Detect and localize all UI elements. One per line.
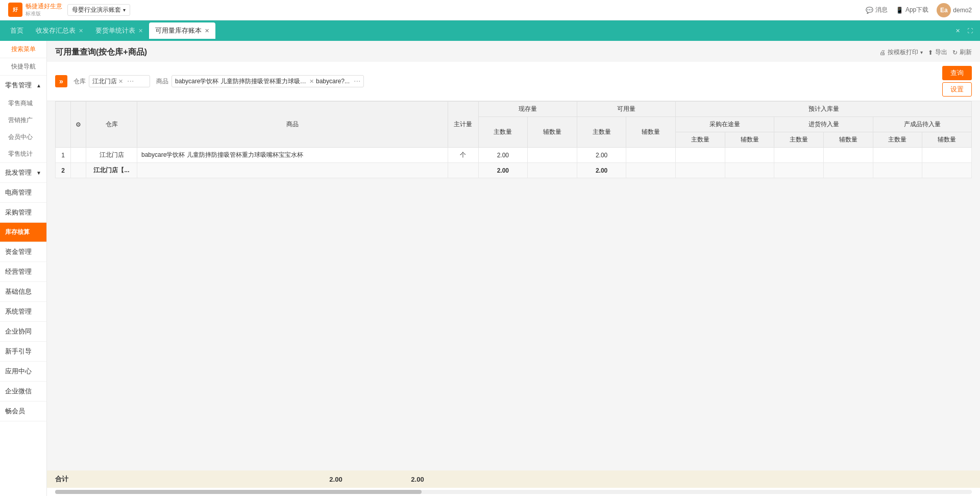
export-icon: ⬆ — [928, 49, 933, 56]
sidebar-group-title-finance[interactable]: 资金管理 — [0, 242, 46, 262]
logo-sub: 标准版 — [26, 10, 62, 17]
sidebar-quick-nav[interactable]: 快捷导航 — [0, 58, 46, 76]
tab-available-inventory[interactable]: 可用量库存账本 ✕ — [149, 22, 215, 39]
sidebar-group-title-base[interactable]: 基础信息 — [0, 282, 46, 301]
cell-p-arrival-aux-1 — [824, 148, 873, 163]
sidebar-item-marketing[interactable]: 营销推广 — [0, 112, 46, 129]
cell-settings-2[interactable] — [71, 163, 86, 178]
app-download-action[interactable]: 📱 App下载 — [896, 6, 928, 14]
maximize-window-icon[interactable]: ⛶ — [966, 27, 974, 35]
logo-text: 畅捷通好生意 — [26, 3, 62, 10]
sidebar-group-purchase: 采购管理 — [0, 203, 46, 223]
cell-current-main-2: 2.00 — [478, 163, 528, 178]
refresh-icon: ↻ — [952, 49, 958, 56]
query-button[interactable]: 查询 — [942, 66, 972, 80]
footer-available-main: 2.00 — [397, 476, 438, 483]
settings-button[interactable]: 设置 — [942, 82, 972, 97]
sidebar-item-retail-stats[interactable]: 零售统计 — [0, 146, 46, 162]
cell-avail-main-1: 2.00 — [577, 148, 626, 163]
refresh-btn[interactable]: ↻ 刷新 — [952, 48, 972, 57]
print-template-btn[interactable]: 🖨 按模板打印 ▾ — [879, 48, 923, 57]
product-more-icon[interactable]: ··· — [354, 77, 360, 86]
close-window-icon[interactable]: ✕ — [953, 27, 962, 35]
page-title: 可用量查询(按仓库+商品) — [55, 47, 147, 58]
chevron-up-icon: ▲ — [36, 83, 41, 88]
tab-receivable-summary[interactable]: 收发存汇总表 ✕ — [30, 22, 89, 39]
sidebar-group-guide: 新手引导 — [0, 342, 46, 362]
avatar: Ea — [937, 3, 951, 17]
page-header: 可用量查询(按仓库+商品) 🖨 按模板打印 ▾ ⬆ 导出 ↻ 刷新 — [47, 41, 980, 62]
cell-avail-main-2: 2.00 — [577, 163, 626, 178]
sidebar-group-title-system[interactable]: 系统管理 — [0, 302, 46, 321]
sidebar-group-title-enterprise[interactable]: 企业协同 — [0, 322, 46, 341]
sidebar-item-retail-store[interactable]: 零售商城 — [0, 95, 46, 112]
sidebar-group-ecommerce: 电商管理 — [0, 183, 46, 203]
table-container: ⚙ 仓库 商品 主计量 现存量 可用量 预计入库量 主数量 辅数量 主数量 辅数… — [47, 101, 980, 470]
cell-settings-1[interactable] — [71, 148, 86, 163]
sidebar-group-title-ecommerce[interactable]: 电商管理 — [0, 183, 46, 202]
table-row: 1 江北门店 babycare学饮杯 儿童防摔防撞吸管杯重力球吸嘴杯宝宝水杯 个… — [56, 148, 972, 163]
top-bar-right: 💬 消息 📱 App下载 Ea demo2 — [866, 3, 972, 17]
cell-avail-aux-1 — [626, 148, 676, 163]
printer-icon: 🖨 — [879, 49, 886, 56]
col-product: 商品 — [137, 102, 448, 148]
sidebar-group-title-apps[interactable]: 应用中心 — [0, 362, 46, 381]
tab-close-icon[interactable]: ✕ — [79, 28, 83, 34]
chevron-down-icon: ▼ — [36, 170, 41, 176]
col-settings[interactable]: ⚙ — [71, 102, 86, 148]
sidebar-group-title-retail[interactable]: 零售管理 ▲ — [0, 76, 46, 95]
sidebar-group-title-wholesale[interactable]: 批发管理 ▼ — [0, 163, 46, 182]
header-actions: 🖨 按模板打印 ▾ ⬆ 导出 ↻ 刷新 — [879, 48, 972, 57]
chevron-down-icon: ▾ — [920, 50, 923, 55]
sidebar-group-system: 系统管理 — [0, 302, 46, 322]
sidebar-group-title-wechat[interactable]: 企业微信 — [0, 382, 46, 401]
sidebar-group-title-member[interactable]: 畅会员 — [0, 401, 46, 421]
tab-bar: 首页 收发存汇总表 ✕ 要货单统计表 ✕ 可用量库存账本 ✕ ✕ ⛶ — [0, 20, 980, 41]
scroll-thumb[interactable] — [55, 490, 422, 494]
cell-current-aux-1 — [528, 148, 577, 163]
cell-p-transit-aux-1 — [725, 148, 774, 163]
scroll-track[interactable] — [55, 490, 972, 494]
message-action[interactable]: 💬 消息 — [866, 6, 888, 14]
message-icon: 💬 — [866, 7, 873, 14]
industry-selector[interactable]: 母婴行业演示账套 ▾ — [67, 4, 130, 16]
sidebar: 搜索菜单 快捷导航 零售管理 ▲ 零售商城 营销推广 会员中心 零售统计 批发管… — [0, 41, 47, 496]
sidebar-group-title-purchase[interactable]: 采购管理 — [0, 203, 46, 222]
sidebar-search[interactable]: 搜索菜单 — [0, 41, 46, 58]
tab-close-icon[interactable]: ✕ — [205, 28, 209, 34]
cell-warehouse-2: 江北门店【... — [86, 163, 137, 178]
product-filter-group: 商品 babycare学饮杯 儿童防摔防撞吸管杯重力球吸嘴杯宝宝水杯 ✕ bab… — [156, 75, 364, 87]
export-btn[interactable]: ⬆ 导出 — [928, 48, 947, 57]
content-area: 可用量查询(按仓库+商品) 🖨 按模板打印 ▾ ⬆ 导出 ↻ 刷新 » — [47, 41, 980, 496]
cell-index-1: 1 — [56, 148, 71, 163]
filter-toggle-btn[interactable]: » — [55, 75, 67, 87]
sidebar-group-enterprise: 企业协同 — [0, 322, 46, 342]
cell-unit-2 — [448, 163, 478, 178]
tab-home[interactable]: 首页 — [4, 22, 30, 39]
product-tag-container[interactable]: babycare学饮杯 儿童防摔防撞吸管杯重力球吸嘴杯宝宝水杯 ✕ babyca… — [172, 75, 364, 87]
cell-prod-aux-2 — [922, 163, 972, 178]
cell-prod-main-1 — [873, 148, 922, 163]
phone-icon: 📱 — [896, 7, 903, 14]
footer-current-main: 2.00 — [315, 476, 356, 483]
sidebar-group-title-guide[interactable]: 新手引导 — [0, 342, 46, 361]
sidebar-item-member-center[interactable]: 会员中心 — [0, 129, 46, 146]
sidebar-group-title-operations[interactable]: 经营管理 — [0, 262, 46, 281]
warehouse-tag-close-icon[interactable]: ✕ — [118, 78, 123, 85]
col-purchase-transit-main: 主数量 — [676, 132, 725, 148]
user-profile[interactable]: Ea demo2 — [937, 3, 972, 17]
col-purchase-transit-group: 采购在途量 — [676, 117, 774, 132]
col-purchase-arrival-group: 进货待入量 — [774, 117, 873, 132]
tab-order-stats[interactable]: 要货单统计表 ✕ — [89, 22, 149, 39]
product-tag1-close-icon[interactable]: ✕ — [309, 78, 314, 85]
warehouse-more-icon[interactable]: ··· — [127, 77, 134, 86]
col-available-aux: 辅数量 — [626, 117, 676, 148]
col-current-main: 主数量 — [478, 117, 528, 148]
top-bar: 好 畅捷通好生意 标准版 母婴行业演示账套 ▾ 💬 消息 📱 App下载 Ea … — [0, 0, 980, 20]
scroll-bar-area[interactable] — [47, 488, 980, 496]
warehouse-tag-container[interactable]: 江北门店 ✕ ··· — [89, 75, 150, 87]
tab-close-icon[interactable]: ✕ — [138, 28, 143, 34]
product-tag-2: babycare?... — [316, 78, 350, 85]
col-main-unit: 主计量 — [448, 102, 478, 148]
sidebar-item-inventory[interactable]: 库存核算 — [0, 223, 46, 242]
